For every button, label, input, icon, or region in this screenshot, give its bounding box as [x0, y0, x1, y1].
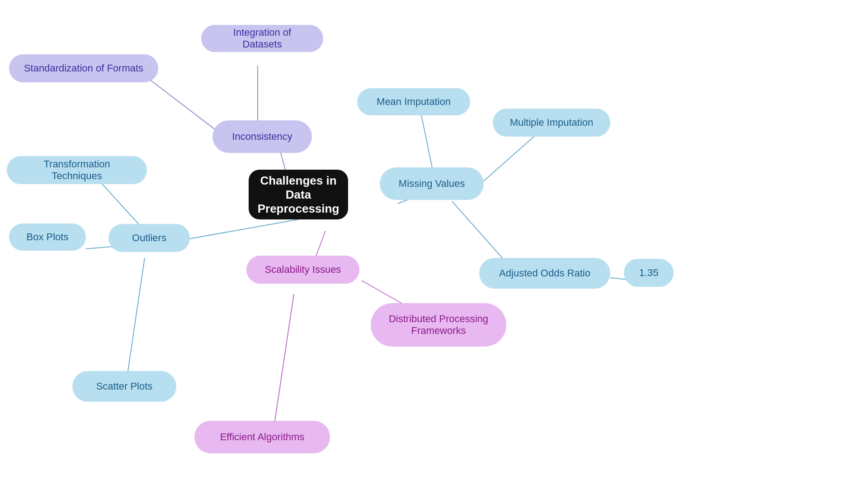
scalability-issues-label: Scalability Issues: [265, 264, 341, 276]
inconsistency-node: Inconsistency: [212, 120, 312, 153]
scatter-plots-node: Scatter Plots: [72, 371, 176, 402]
adjusted-odds-ratio-node: Adjusted Odds Ratio: [479, 258, 610, 289]
standardization-label: Standardization of Formats: [24, 62, 143, 74]
standardization-node: Standardization of Formats: [9, 54, 158, 82]
svg-line-13: [274, 294, 294, 430]
integration-label: Integration of Datasets: [214, 27, 311, 50]
adjusted-odds-ratio-label: Adjusted Odds Ratio: [499, 267, 590, 279]
outliers-node: Outliers: [108, 224, 190, 252]
value-135-label: 1.35: [639, 267, 659, 279]
transformation-node: Transformation Techniques: [7, 156, 147, 184]
missing-values-node: Missing Values: [380, 167, 484, 200]
scatter-plots-label: Scatter Plots: [96, 381, 153, 392]
multiple-imputation-node: Multiple Imputation: [493, 109, 610, 137]
outliers-label: Outliers: [132, 232, 166, 244]
svg-line-9: [484, 129, 542, 181]
multiple-imputation-label: Multiple Imputation: [510, 117, 594, 128]
center-label: Challenges in DataPreprocessing: [258, 174, 340, 216]
svg-line-6: [127, 258, 145, 380]
mean-imputation-label: Mean Imputation: [377, 96, 451, 108]
mean-imputation-node: Mean Imputation: [357, 88, 470, 115]
center-node: Challenges in DataPreprocessing: [249, 170, 348, 219]
efficient-algorithms-label: Efficient Algorithms: [220, 431, 305, 443]
box-plots-label: Box Plots: [27, 231, 69, 243]
missing-values-label: Missing Values: [399, 178, 465, 190]
svg-line-8: [420, 111, 434, 176]
box-plots-node: Box Plots: [9, 224, 86, 251]
value-135-node: 1.35: [624, 259, 674, 287]
efficient-algorithms-node: Efficient Algorithms: [194, 421, 330, 453]
svg-line-4: [99, 181, 145, 231]
inconsistency-label: Inconsistency: [232, 131, 292, 143]
distributed-processing-node: Distributed ProcessingFrameworks: [371, 303, 506, 347]
integration-node: Integration of Datasets: [201, 25, 323, 52]
transformation-label: Transformation Techniques: [19, 158, 134, 182]
scalability-issues-node: Scalability Issues: [246, 256, 359, 284]
distributed-processing-label: Distributed ProcessingFrameworks: [389, 313, 488, 337]
